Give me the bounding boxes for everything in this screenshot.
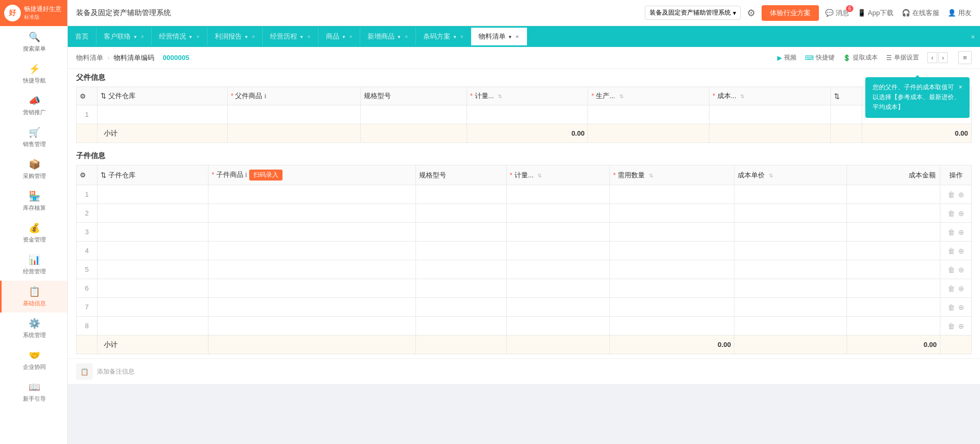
tab-bom[interactable]: 物料清单 ▾ × [471, 28, 526, 45]
child-row-1-goods[interactable] [208, 185, 415, 204]
delete-icon-1[interactable]: 🗑 [948, 190, 955, 199]
child-row-1-qty[interactable] [610, 185, 734, 204]
child-row-2-unit-price[interactable] [734, 204, 847, 223]
tab-history[interactable]: 经营历程 ▾ × [263, 28, 318, 45]
online-service-btn[interactable]: 🎧 在线客服 [902, 8, 939, 18]
sidebar-item-enterprise[interactable]: 🤝 企业协同 [0, 344, 67, 376]
child-row-6-warehouse[interactable] [97, 279, 209, 298]
child-row-1-unit-price[interactable] [734, 185, 847, 204]
child-row-5-unit-price[interactable] [734, 260, 847, 279]
sidebar-item-purchase[interactable]: 📦 采购管理 [0, 153, 67, 185]
tab-profit[interactable]: 利润报告 ▾ × [207, 28, 263, 45]
tab-goods[interactable]: 商品 ▾ × [318, 28, 360, 45]
tab-close-all[interactable]: × [965, 29, 980, 45]
delete-icon-4[interactable]: 🗑 [948, 247, 955, 255]
extract-cost-btn[interactable]: 💲 提取成本 [843, 53, 878, 62]
child-row-1-unit[interactable] [507, 185, 610, 204]
prev-btn[interactable]: ‹ [927, 52, 937, 63]
child-row-7-warehouse[interactable] [97, 298, 209, 317]
parent-col-settings[interactable]: ⚙ [77, 87, 97, 105]
child-row-5-spec[interactable] [416, 260, 507, 279]
user-btn[interactable]: 👤 用友 [948, 8, 972, 18]
child-row-5-unit[interactable] [507, 260, 610, 279]
message-btn[interactable]: 💬 消息 6 [825, 8, 849, 18]
sidebar-item-operations[interactable]: 📊 经营管理 [0, 249, 67, 281]
child-row-3-unit[interactable] [507, 223, 610, 242]
experience-btn[interactable]: 体验行业方案 [762, 5, 819, 21]
child-row-4-spec[interactable] [416, 242, 507, 260]
child-row-3-goods[interactable] [208, 223, 415, 242]
parent-row-1-spec[interactable] [360, 105, 467, 124]
copy-icon-3[interactable]: ⊕ [958, 228, 964, 236]
tab-customer[interactable]: 客户联络 ▾ × [96, 28, 152, 45]
copy-icon-7[interactable]: ⊕ [958, 303, 964, 311]
sidebar-item-inventory[interactable]: 🏪 库存核算 [0, 185, 67, 217]
sidebar-item-system[interactable]: ⚙️ 系统管理 [0, 313, 67, 344]
list-view-btn[interactable]: ≡ [958, 51, 972, 64]
child-row-7-goods[interactable] [208, 298, 415, 317]
child-row-7-unit[interactable] [507, 298, 610, 317]
copy-icon-2[interactable]: ⊕ [958, 209, 964, 218]
delete-icon-5[interactable]: 🗑 [948, 266, 955, 274]
bottom-doc-icon[interactable]: 📋 [76, 363, 93, 380]
system-selector[interactable]: 装备及固定资产辅助管理系统 ▾ [645, 6, 741, 20]
child-row-7-qty[interactable] [610, 298, 734, 317]
parent-row-1-unit[interactable] [467, 105, 588, 124]
child-row-2-spec[interactable] [416, 204, 507, 223]
child-row-5-qty[interactable] [610, 260, 734, 279]
child-row-8-unit-price[interactable] [734, 317, 847, 335]
parent-row-1-warehouse[interactable] [97, 105, 228, 124]
sidebar-item-basic-info[interactable]: 📋 基础信息 [0, 281, 67, 313]
parent-row-1-produce[interactable] [588, 105, 709, 124]
tab-history-close[interactable]: × [307, 33, 310, 40]
shortcut-btn[interactable]: ⌨ 快捷键 [805, 53, 835, 62]
tab-barcode[interactable]: 条码方案 ▾ × [416, 28, 471, 45]
child-row-7-unit-price[interactable] [734, 298, 847, 317]
child-row-2-goods[interactable] [208, 204, 415, 223]
tab-barcode-close[interactable]: × [460, 33, 463, 40]
copy-icon-8[interactable]: ⊕ [958, 322, 964, 330]
child-row-8-goods[interactable] [208, 317, 415, 335]
tab-operations[interactable]: 经营情况 ▾ × [152, 28, 207, 45]
child-row-3-qty[interactable] [610, 223, 734, 242]
tab-home[interactable]: 首页 [68, 28, 96, 45]
tooltip-close-btn[interactable]: × [959, 82, 962, 92]
child-row-2-qty[interactable] [610, 204, 734, 223]
child-row-3-unit-price[interactable] [734, 223, 847, 242]
gear-icon[interactable]: ⚙ [747, 7, 755, 19]
child-row-4-warehouse[interactable] [97, 242, 209, 260]
child-row-8-qty[interactable] [610, 317, 734, 335]
sidebar-item-quick-nav[interactable]: ⚡ 快捷导航 [0, 58, 67, 90]
copy-icon-6[interactable]: ⊕ [958, 284, 964, 293]
delete-icon-2[interactable]: 🗑 [948, 209, 955, 218]
delete-icon-3[interactable]: 🗑 [948, 228, 955, 236]
breadcrumb-list[interactable]: 物料清单 [76, 53, 103, 63]
child-row-6-unit-price[interactable] [734, 279, 847, 298]
delete-icon-7[interactable]: 🗑 [948, 303, 955, 311]
child-row-6-qty[interactable] [610, 279, 734, 298]
copy-icon-1[interactable]: ⊕ [958, 190, 964, 199]
child-row-4-unit[interactable] [507, 242, 610, 260]
sidebar-item-search[interactable]: 🔍 搜索菜单 [0, 26, 67, 58]
view-btn[interactable]: ▶ 视频 [777, 53, 797, 62]
next-btn[interactable]: › [938, 52, 948, 63]
app-download-btn[interactable]: 📱 App下载 [858, 8, 893, 18]
parent-row-1-cost[interactable] [709, 105, 831, 124]
tab-goods-close[interactable]: × [349, 33, 352, 40]
single-settings-btn[interactable]: ☰ 单据设置 [886, 53, 919, 62]
copy-icon-5[interactable]: ⊕ [958, 266, 964, 274]
child-row-4-qty[interactable] [610, 242, 734, 260]
child-row-8-unit[interactable] [507, 317, 610, 335]
child-row-8-spec[interactable] [416, 317, 507, 335]
child-row-6-unit[interactable] [507, 279, 610, 298]
tab-customer-close[interactable]: × [141, 33, 144, 40]
scan-btn[interactable]: 扫码录入 [249, 170, 283, 181]
sidebar-item-sales[interactable]: 🛒 销售管理 [0, 122, 67, 153]
tab-profit-close[interactable]: × [252, 33, 255, 40]
delete-icon-6[interactable]: 🗑 [948, 284, 955, 293]
tab-bom-close[interactable]: × [516, 33, 519, 40]
child-col-settings[interactable]: ⚙ [77, 165, 97, 185]
copy-icon-4[interactable]: ⊕ [958, 247, 964, 255]
child-row-2-warehouse[interactable] [97, 204, 209, 223]
child-row-1-warehouse[interactable] [97, 185, 209, 204]
